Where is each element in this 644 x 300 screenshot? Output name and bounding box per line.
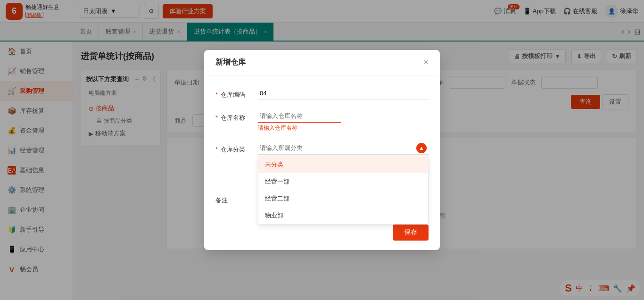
modal-title: 新增仓库 (215, 58, 246, 67)
modal-close-button[interactable]: × (423, 58, 429, 67)
category-row: * 仓库分类 ▲ 未分类 经营一部 经营二部 物业部 (215, 142, 429, 155)
category-toggle-button[interactable]: ▲ (416, 143, 427, 153)
category-input[interactable] (258, 142, 429, 155)
dropdown-item-1[interactable]: 经营一部 (258, 173, 428, 190)
modal-new-warehouse: 新增仓库 × * 仓库编码 * 仓库名称 (204, 50, 440, 250)
code-label: * 仓库编码 (215, 87, 258, 99)
save-button[interactable]: 保存 (393, 225, 429, 241)
dropdown-item-0[interactable]: 未分类 (258, 156, 428, 173)
name-row: * 仓库名称 请输入仓库名称 (215, 109, 429, 132)
dropdown-item-3[interactable]: 物业部 (258, 207, 428, 224)
code-input[interactable] (258, 87, 429, 100)
category-label: * 仓库分类 (215, 142, 258, 154)
category-input-wrap: ▲ 未分类 经营一部 经营二部 物业部 (258, 142, 429, 155)
name-input[interactable] (258, 109, 341, 123)
code-row: * 仓库编码 (215, 87, 429, 100)
modal-body: * 仓库编码 * 仓库名称 请输入仓库名称 (204, 75, 440, 219)
modal-overlay[interactable]: 新增仓库 × * 仓库编码 * 仓库名称 (0, 0, 644, 300)
modal-header: 新增仓库 × (204, 50, 440, 75)
name-error: 请输入仓库名称 (258, 124, 297, 132)
category-dropdown: 未分类 经营一部 经营二部 物业部 (258, 156, 429, 225)
dropdown-item-2[interactable]: 经营二部 (258, 190, 428, 207)
note-label: 备注 (215, 192, 258, 205)
name-label: * 仓库名称 (215, 110, 258, 122)
name-input-wrap (258, 109, 429, 123)
